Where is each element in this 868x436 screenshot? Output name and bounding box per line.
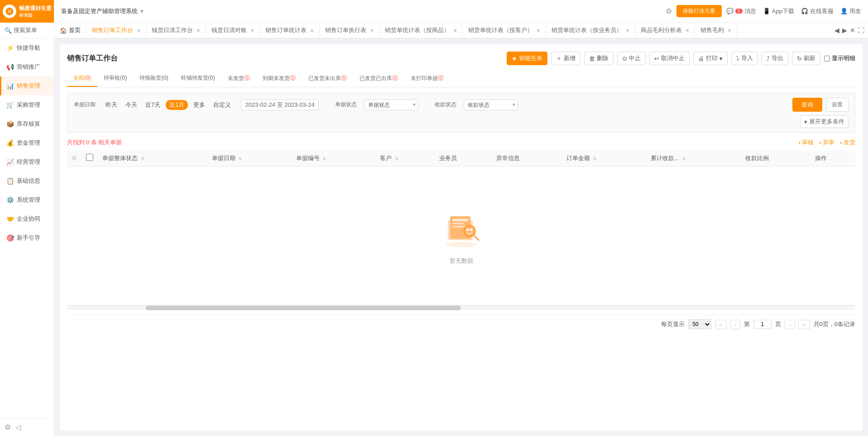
sub-tab-wangpu-ship[interactable]: 旺铺待发货(0) xyxy=(175,71,221,87)
cancel-review-action[interactable]: 弃审 xyxy=(819,138,834,147)
tab-close-icon[interactable]: ✕ xyxy=(686,28,689,33)
cancel-stop-button[interactable]: ↩ 取消中止 xyxy=(649,52,690,65)
tab-sales-order-stats[interactable]: 销售订单统计表 ✕ xyxy=(260,23,320,38)
sub-tab-shipped-out[interactable]: 已发货已出库⓪ xyxy=(353,71,404,87)
payment-select-wrap: 收款状态 xyxy=(464,100,518,110)
date-7days[interactable]: 近7天 xyxy=(143,100,163,110)
last-page-button[interactable]: » xyxy=(798,320,810,329)
search-menu[interactable]: 🔍 搜索菜单 xyxy=(0,23,54,38)
smart-create-button[interactable]: ★ 智能生单 xyxy=(507,52,547,65)
sidebar-item-purchase[interactable]: 🛒 采购管理 xyxy=(0,95,54,114)
tab-cash-daily-workbench[interactable]: 钱货日清工作台 ✕ xyxy=(146,23,206,38)
tab-sales-order-exec[interactable]: 销售订单执行表 ✕ xyxy=(320,23,379,38)
sidebar-item-inventory[interactable]: 📦 库存核算 xyxy=(0,114,54,133)
print-button[interactable]: 🖨 打印 ▾ xyxy=(693,52,728,65)
tab-sales-stats-salesman[interactable]: 销货单统计表（按业务员） ✕ xyxy=(546,23,635,38)
add-button[interactable]: ＋ 新增 xyxy=(551,52,580,65)
tab-close-icon[interactable]: ✕ xyxy=(626,28,629,33)
prev-page-button[interactable]: ‹ xyxy=(730,320,740,329)
sub-tab-pending-review[interactable]: 待审核(0) xyxy=(97,71,133,87)
col-date: 单据日期 ⇅ xyxy=(207,150,292,166)
sidebar-item-operation[interactable]: 📈 经营管理 xyxy=(0,152,54,171)
message-action[interactable]: 💬 6 消息 xyxy=(726,7,756,15)
import-button[interactable]: ⤵ 导入 xyxy=(731,52,758,65)
sidebar-item-system[interactable]: ⚙️ 系统管理 xyxy=(0,190,54,209)
sidebar-item-enterprise[interactable]: 🤝 企业协同 xyxy=(0,209,54,228)
review-action[interactable]: 审核 xyxy=(798,138,814,147)
tab-fullscreen-icon[interactable]: ⛶ xyxy=(858,27,864,34)
settings-icon[interactable]: ⚙ xyxy=(666,7,672,15)
page-number-input[interactable] xyxy=(753,320,772,329)
date-range-input[interactable]: 2023-02-24 至 2023-03-24 xyxy=(241,100,318,110)
select-all-checkbox[interactable] xyxy=(86,154,93,161)
refresh-button[interactable]: ↻ 刷新 xyxy=(792,52,820,65)
user-action[interactable]: 👤 用友 xyxy=(840,7,861,15)
date-custom[interactable]: 自定义 xyxy=(211,100,234,110)
sidebar-item-finance[interactable]: 💰 资金管理 xyxy=(0,133,54,152)
sub-tab-pending-check[interactable]: 待拣验货(0) xyxy=(133,71,174,87)
sub-tab-not-printed[interactable]: 未打印单据⓪ xyxy=(404,71,450,87)
sub-tab-shipped-not-out[interactable]: 已发货未出库⓪ xyxy=(302,71,353,87)
tab-close-icon[interactable]: ✕ xyxy=(370,28,374,33)
sort-customer-icon[interactable]: ⇅ xyxy=(395,156,398,161)
settings-gear-icon[interactable]: ⚙ xyxy=(5,423,11,431)
date-1month[interactable]: 近1月 xyxy=(166,100,188,110)
filter-setting-button[interactable]: 设置 xyxy=(826,98,849,112)
date-yesterday[interactable]: 昨天 xyxy=(103,100,120,110)
tab-close-all-icon[interactable]: ✕ xyxy=(850,27,855,34)
expand-conditions-button[interactable]: ▾ 展开更多条件 xyxy=(800,115,849,128)
tab-close-icon[interactable]: ✕ xyxy=(250,28,254,33)
ship-action[interactable]: 发货 xyxy=(840,138,855,147)
sort-collected-icon[interactable]: ⇅ xyxy=(682,156,686,161)
tab-sales-gross[interactable]: 销售毛利 ✕ xyxy=(695,23,737,38)
sidebar-item-basic[interactable]: 📋 基础信息 xyxy=(0,171,54,190)
tab-sales-stats-product[interactable]: 销货单统计表（按商品） ✕ xyxy=(379,23,463,38)
delete-button[interactable]: 🗑 删除 xyxy=(584,52,614,65)
sort-number-icon[interactable]: ⇅ xyxy=(322,156,326,161)
per-page-select[interactable]: 50 20 100 xyxy=(688,319,711,329)
date-today[interactable]: 今天 xyxy=(123,100,140,110)
tab-close-icon[interactable]: ✕ xyxy=(197,28,200,33)
sort-status-icon[interactable]: ⇅ xyxy=(141,156,144,161)
online-service-action[interactable]: 🎧 在线客服 xyxy=(801,7,834,15)
first-page-button[interactable]: « xyxy=(715,320,726,329)
dropdown-arrow-icon[interactable]: ▾ xyxy=(140,8,144,14)
tab-prev-icon[interactable]: ◀ xyxy=(834,27,839,34)
sub-tab-all[interactable]: 全部(0) xyxy=(67,71,97,87)
logo-sub: 标准版 xyxy=(19,12,52,19)
horizontal-scrollbar[interactable] xyxy=(67,305,855,310)
sidebar-item-shortcut[interactable]: ⚡ 快捷导航 xyxy=(0,38,54,57)
payment-select[interactable]: 收款状态 xyxy=(464,100,518,110)
sort-amount-icon[interactable]: ⇅ xyxy=(593,156,596,161)
sort-date-icon[interactable]: ⇅ xyxy=(238,156,242,161)
show-detail-toggle[interactable]: 显示明细 xyxy=(824,54,855,62)
show-detail-checkbox[interactable] xyxy=(824,56,830,62)
next-page-button[interactable]: › xyxy=(785,320,795,329)
tab-close-icon[interactable]: ✕ xyxy=(137,28,140,33)
scrollbar-thumb[interactable] xyxy=(146,306,461,310)
sub-tab-expired-not-shipped[interactable]: 到期未发货⓪ xyxy=(256,71,302,87)
sidebar-item-sales[interactable]: 📊 销售管理 xyxy=(0,76,54,95)
tab-close-icon[interactable]: ✕ xyxy=(310,28,314,33)
stop-button[interactable]: ⊙ 中止 xyxy=(617,52,646,65)
tab-gross-profit[interactable]: 商品毛利分析表 ✕ xyxy=(635,23,695,38)
tab-close-icon[interactable]: ✕ xyxy=(453,28,457,33)
status-select[interactable]: 单据状态 xyxy=(364,100,418,110)
tab-sales-order-workbench[interactable]: 销售订单工作台 ✕ xyxy=(86,23,146,39)
tab-cash-daily-reconcile[interactable]: 钱货日清对账 ✕ xyxy=(206,23,260,38)
tab-next-icon[interactable]: ▶ xyxy=(842,27,847,34)
collapse-icon[interactable]: ◁ xyxy=(15,423,21,431)
experience-button[interactable]: 体验行业方案 xyxy=(676,5,722,17)
column-settings-icon[interactable]: ⚙ xyxy=(72,155,77,161)
sidebar-item-marketing[interactable]: 📢 营销推广 xyxy=(0,57,54,76)
tab-close-icon[interactable]: ✕ xyxy=(728,28,731,33)
tab-close-icon[interactable]: ✕ xyxy=(537,28,540,33)
query-button[interactable]: 查询 xyxy=(792,98,822,112)
sidebar-item-guide[interactable]: 🎯 新手引导 xyxy=(0,228,54,247)
export-button[interactable]: ⤴ 导出 xyxy=(762,52,788,65)
tab-home[interactable]: 🏠 首页 xyxy=(54,23,86,38)
sub-tab-not-shipped[interactable]: 未发货⓪ xyxy=(221,71,256,87)
app-download-action[interactable]: 📱 App下载 xyxy=(763,7,794,15)
tab-sales-stats-customer[interactable]: 销货单统计表（按客户） ✕ xyxy=(463,23,546,38)
date-more[interactable]: 更多 xyxy=(191,100,208,110)
